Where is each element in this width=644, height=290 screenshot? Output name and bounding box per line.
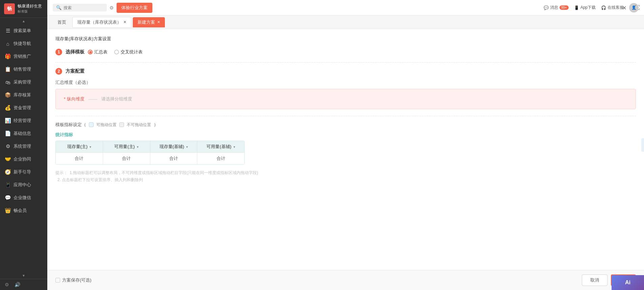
section1-num: 1 [55, 49, 62, 55]
basic-info-icon: 📄 [5, 130, 11, 137]
section-divider-1 [55, 62, 636, 63]
indicator-divider [55, 116, 636, 116]
tabbar: 首页 现存量（库存状况表） ✕ 新建方案 ✕ [47, 16, 644, 29]
tab-inventory-close-icon[interactable]: ✕ [123, 20, 126, 24]
stats-header-col-1[interactable]: 可用量(主) ▾ [103, 141, 150, 152]
stats-data-col-3: 合计 [197, 152, 244, 164]
section1-header: 1 选择模板 汇总表 交叉统计表 [55, 49, 636, 55]
dimension-row: * 纵向维度 —— 请选择分组维度 [64, 96, 627, 102]
stats-header-col-0[interactable]: 现存量(主) ▾ [56, 141, 103, 152]
chevron-down-icon-3[interactable]: ▾ [233, 145, 235, 149]
app-download-label: App下载 [580, 5, 596, 10]
template-options: 汇总表 交叉统计表 [88, 49, 143, 55]
topbar-search-box[interactable]: 🔍 [53, 4, 107, 11]
stats-data-col-2: 合计 [150, 152, 198, 164]
stats-header-row: 现存量(主) ▾ 可用量(主) ▾ 现存量(基辅) ▾ 可用量(基辅) [56, 141, 244, 152]
message-btn[interactable]: 💬 消息 99+ [544, 5, 569, 10]
cancel-button[interactable]: 取消 [582, 274, 608, 286]
stats-header-label-0: 现存量(主) [67, 144, 88, 150]
sidebar-item-system[interactable]: ⚙ 系统管理 [0, 140, 47, 153]
agg-label: 汇总维度（必选） [55, 79, 636, 86]
message-label: 消息 [550, 5, 558, 10]
dimension-dash: —— [89, 97, 97, 102]
sidebar-item-label: 搜索菜单 [14, 28, 31, 34]
right-collapse-handle[interactable] [641, 138, 644, 152]
sidebar-item-label: 快捷导航 [14, 41, 31, 47]
weixin-icon: 💬 [5, 195, 11, 201]
search-menu-icon: ☰ [5, 28, 11, 34]
topbar: 🔍 ⚙ 体验行业方案 💬 消息 99+ 📱 App下载 🎧 在线客服 👤 [47, 0, 644, 16]
stats-header-col-2[interactable]: 现存量(基辅) ▾ [150, 141, 198, 152]
sidebar-item-finance[interactable]: 💰 资金管理 [0, 101, 47, 114]
tab-home[interactable]: 首页 [53, 17, 71, 27]
trial-btn[interactable]: 体验行业方案 [117, 3, 152, 13]
chevron-down-icon-0[interactable]: ▾ [90, 145, 91, 149]
inventory-icon: 📦 [5, 92, 11, 98]
sidebar-item-label: 企业微信 [14, 195, 31, 201]
sidebar-item-purchase[interactable]: 🛍 采购管理 [0, 76, 47, 89]
search-icon: 🔍 [56, 5, 61, 10]
sidebar-item-quick-nav[interactable]: ⌂ 快捷导航 [0, 37, 47, 50]
sidebar-bottom: ⚙ 🔊 [0, 279, 47, 290]
stats-header-label-3: 可用量(基辅) [206, 144, 231, 150]
section2-num: 2 [55, 68, 62, 75]
footer-bar: 方案保存(可选) 取消 查询 [47, 270, 644, 290]
sidebar-item-operations[interactable]: 📊 经营管理 [0, 114, 47, 127]
tip-item-0: 提示： 1.拖动标题栏可以调整布局，不可跨维度或指标区域拖动栏目字段(只能在同一… [55, 170, 636, 176]
sidebar-item-marketing[interactable]: 🎁 营销推广 [0, 50, 47, 63]
sidebar-item-member[interactable]: 👑 畅会员 [0, 204, 47, 217]
search-input[interactable] [64, 5, 97, 10]
save-option[interactable]: 方案保存(可选) [55, 277, 92, 283]
draggable-badge [89, 122, 94, 127]
section-scheme-config: 2 方案配置 汇总维度（必选） * 纵向维度 —— 请选择分组维度 模板指标设定… [55, 68, 636, 183]
sidebar-item-label: 营销推广 [14, 53, 31, 59]
sidebar-item-enterprise[interactable]: 🤝 企业协同 [0, 153, 47, 166]
radio-cross[interactable]: 交叉统计表 [114, 49, 143, 55]
operations-icon: 📊 [5, 118, 11, 124]
section-choose-template: 1 选择模板 汇总表 交叉统计表 [55, 49, 636, 55]
sidebar-item-apps[interactable]: 📱 应用中心 [0, 178, 47, 191]
sidebar-item-basic-info[interactable]: 📄 基础信息 [0, 127, 47, 140]
stats-header-col-3[interactable]: 可用量(基辅) ▾ [197, 141, 244, 152]
radio-summary[interactable]: 汇总表 [88, 49, 107, 55]
chevron-down-icon-2[interactable]: ▾ [186, 145, 188, 149]
indicator-settings: 模板指标设定（ 可拖动位置 不可拖动位置 ） 统计指标 现存量(主) ▾ [55, 122, 636, 165]
ai-badge[interactable]: Ai [612, 275, 644, 290]
close-window-btn[interactable]: ✕ [618, 0, 630, 16]
dimension-placeholder[interactable]: 请选择分组维度 [101, 96, 132, 102]
radio-summary-label: 汇总表 [94, 49, 107, 55]
sidebar-item-inventory[interactable]: 📦 库存核算 [0, 89, 47, 101]
expand-window-btn[interactable]: ⛶ [630, 0, 644, 16]
indicator-label-text: 模板指标设定（ [55, 122, 86, 128]
tab-new-scheme-close-icon[interactable]: ✕ [157, 20, 160, 24]
sidebar-item-label: 企业协同 [14, 156, 31, 162]
sidebar-item-weixin[interactable]: 💬 企业微信 [0, 191, 47, 204]
dimension-field-label: * 纵向维度 [64, 96, 84, 102]
tab-new-scheme[interactable]: 新建方案 ✕ [133, 17, 165, 27]
system-icon: ⚙ [5, 143, 11, 149]
sidebar-item-guide[interactable]: 🧭 新手引导 [0, 166, 47, 178]
tab-inventory-status-label: 现存量（库存状况表） [77, 19, 121, 25]
sidebar-nav: ☰ 搜索菜单 ⌂ 快捷导航 🎁 营销推广 📋 销售管理 🛍 采购管理 📦 库存核… [0, 24, 47, 272]
app-download-btn[interactable]: 📱 App下载 [574, 5, 596, 10]
sidebar-scroll-up[interactable]: ▲ [0, 18, 47, 24]
settings-bottom-icon[interactable]: ⚙ [5, 282, 9, 287]
sales-icon: 📋 [5, 66, 11, 72]
stats-header-label-2: 现存量(基辅) [159, 144, 184, 150]
gift-icon: 🎁 [5, 53, 11, 59]
volume-icon[interactable]: 🔊 [15, 282, 20, 287]
tab-home-label: 首页 [57, 19, 66, 25]
save-checkbox[interactable] [55, 278, 60, 283]
sidebar-item-label: 系统管理 [14, 143, 31, 149]
message-badge: 99+ [560, 5, 569, 10]
sidebar-item-label: 应用中心 [14, 182, 31, 188]
topbar-settings-icon[interactable]: ⚙ [109, 5, 114, 10]
sidebar-scroll-down[interactable]: ▼ [0, 272, 47, 279]
sidebar-item-search-menu[interactable]: ☰ 搜索菜单 [0, 24, 47, 37]
section2-header: 2 方案配置 [55, 68, 636, 75]
chevron-down-icon-1[interactable]: ▾ [137, 145, 139, 149]
purchase-icon: 🛍 [5, 79, 11, 85]
page-title: 现存量(库存状况表)方案设置 [55, 36, 636, 42]
tab-inventory-status[interactable]: 现存量（库存状况表） ✕ [72, 17, 131, 28]
sidebar-item-sales[interactable]: 📋 销售管理 [0, 63, 47, 76]
